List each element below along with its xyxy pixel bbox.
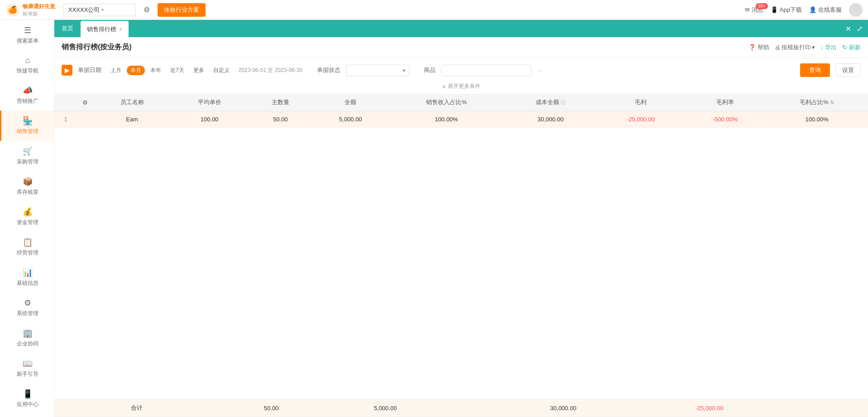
sidebar-item-app-center[interactable]: 📱 应用中心 — [0, 383, 54, 414]
sidebar-item-operation[interactable]: 📋 经营管理 — [0, 232, 54, 262]
sidebar-item-label: 基础信息 — [17, 279, 38, 287]
th-gross-pct: 毛利占比% ⇅ — [766, 94, 868, 111]
cell-cost: 30,000.00 — [504, 111, 597, 128]
table-settings-button[interactable]: 设置 — [835, 63, 861, 77]
query-button[interactable]: 查询 — [800, 63, 830, 77]
app-download-button[interactable]: 📱 App下载 — [771, 6, 802, 14]
message-badge: 99+ — [756, 3, 768, 9]
status-select[interactable] — [346, 65, 409, 76]
logo-icon: 🍊 — [5, 3, 20, 17]
cell-settings — [77, 111, 93, 128]
refresh-button[interactable]: ↻ 刷新 — [842, 43, 861, 52]
sidebar-item-marketing[interactable]: 📣 营销推广 — [0, 80, 54, 110]
page-header: 销售排行榜(按业务员) ❓ 帮助 🖨 按模板打印 ▾ ↓ 导出 — [54, 37, 868, 58]
marketing-icon: 📣 — [23, 86, 33, 96]
sidebar-item-quick-nav[interactable]: ⌂ 快捷导航 — [0, 50, 54, 80]
date-tab-7days[interactable]: 近7天 — [167, 66, 188, 75]
footer-table: 合计 50.00 5,000.00 30,000.00 -25,000.00 — [54, 399, 868, 417]
content-area: 首页 销售排行榜 × ✕ ⤢ 销售排行榜(按业务员) ❓ 帮助 — [54, 20, 868, 417]
footer-avg-price — [180, 399, 222, 417]
logo-area: 🍊 畅康通好生意 标准版 — [5, 3, 60, 17]
table-footer: 合计 50.00 5,000.00 30,000.00 -25,000.00 — [54, 399, 868, 417]
data-table: ⚙ 员工名称 平均单价 主数量 全额 销售收入占比% 成本全额 ⓘ 毛利 毛利率 — [54, 94, 868, 128]
goods-input[interactable] — [441, 65, 532, 76]
logo-text: 畅康通好生意 标准版 — [23, 3, 55, 17]
date-range-display: 2023-06-01 至 2023-06-30 — [239, 67, 302, 74]
date-tab-current-month[interactable]: 本月 — [127, 66, 145, 75]
footer-amount: 5,000.00 — [321, 399, 451, 417]
sidebar: ☰ 搜索菜单 ⌂ 快捷导航 📣 营销推广 🏪 销售管理 🛒 采购管理 📦 库存核… — [0, 20, 54, 417]
date-filter-label: 单据日期 — [78, 66, 101, 74]
company-selector[interactable]: XXXXX公司 ▾ — [63, 4, 136, 16]
sidebar-item-label: 应用中心 — [17, 401, 38, 408]
export-button[interactable]: ↓ 导出 — [820, 43, 837, 52]
top-bar-right: ✉ 消息 99+ 📱 App下载 👤 在线客服 — [745, 3, 863, 17]
sidebar-item-sales[interactable]: 🏪 销售管理 — [0, 110, 54, 141]
sidebar-item-system[interactable]: ⚙ 系统管理 — [0, 292, 54, 323]
window-close-button[interactable]: ✕ — [845, 24, 851, 33]
window-expand-button[interactable]: ⤢ — [857, 24, 863, 33]
footer-label: 合计 — [93, 399, 180, 417]
cost-help-icon[interactable]: ⓘ — [561, 100, 566, 105]
page-content: 销售排行榜(按业务员) ❓ 帮助 🖨 按模板打印 ▾ ↓ 导出 — [54, 37, 868, 417]
sidebar-item-finance[interactable]: 💰 资金管理 — [0, 201, 54, 232]
th-settings[interactable]: ⚙ — [77, 94, 93, 111]
footer-sales-pct — [450, 399, 492, 417]
purchase-icon: 🛒 — [23, 146, 33, 156]
filter-expand-button[interactable]: ▶ — [62, 65, 72, 76]
footer-qty: 50.00 — [222, 399, 320, 417]
sidebar-item-purchase[interactable]: 🛒 采购管理 — [0, 141, 54, 171]
th-avg-price: 平均单价 — [171, 94, 248, 111]
tab-close-icon[interactable]: × — [119, 26, 122, 33]
cell-gross: -25,000.00 — [597, 111, 685, 128]
sidebar-item-label: 快捷导航 — [17, 67, 38, 75]
th-cost: 成本全额 ⓘ — [504, 94, 597, 111]
date-tab-current-year[interactable]: 本年 — [147, 66, 165, 75]
cell-rank: 1 — [54, 111, 77, 128]
settings-icon[interactable]: ⚙ — [139, 3, 154, 17]
sidebar-item-search-order[interactable]: ☰ 搜索菜单 — [0, 20, 54, 50]
sidebar-item-basic-info[interactable]: 📊 基础信息 — [0, 262, 54, 292]
date-tab-last-month[interactable]: 上月 — [107, 66, 125, 75]
trial-button[interactable]: 体验行业方案 — [158, 3, 206, 17]
refresh-icon: ↻ — [842, 44, 847, 51]
table-header-row: ⚙ 员工名称 平均单价 主数量 全额 销售收入占比% 成本全额 ⓘ 毛利 毛利率 — [54, 94, 868, 111]
date-tab-more[interactable]: 更多 — [190, 66, 208, 75]
inventory-icon: 📦 — [23, 177, 33, 187]
print-icon: 🖨 — [775, 44, 781, 51]
sidebar-item-wechat[interactable]: 💬 企业微信 — [0, 414, 54, 417]
sidebar-item-guide[interactable]: 📖 新手引导 — [0, 353, 54, 383]
avatar[interactable] — [849, 3, 863, 17]
date-tab-custom[interactable]: 自定义 — [210, 66, 233, 75]
date-tabs: 上月 本月 本年 近7天 更多 自定义 — [107, 66, 233, 75]
enterprise-icon: 🏢 — [23, 328, 33, 338]
home-icon: ⌂ — [25, 56, 30, 65]
gross-pct-sort-icon[interactable]: ⇅ — [830, 100, 834, 105]
th-gross: 毛利 — [597, 94, 685, 111]
more-filter-icon[interactable]: ··· — [537, 67, 542, 74]
app-center-icon: 📱 — [23, 389, 33, 399]
sidebar-item-inventory[interactable]: 📦 库存核算 — [0, 171, 54, 201]
online-service-button[interactable]: 👤 在线客服 — [809, 6, 842, 14]
th-name: 员工名称 — [93, 94, 171, 111]
th-rank — [54, 94, 77, 111]
cell-gross-pct: 100.00% — [766, 111, 868, 128]
th-gross-rate: 毛利率 — [685, 94, 766, 111]
expand-more-button[interactable]: ∨ 展开更多条件 — [62, 81, 861, 94]
sidebar-item-label: 采购管理 — [17, 158, 38, 166]
tab-sales-ranking[interactable]: 销售排行榜 × — [81, 21, 129, 38]
table-row: 1 Eam 100.00 50.00 5,000.00 100.00% 30,0… — [54, 111, 868, 128]
tab-home[interactable]: 首页 — [54, 20, 81, 37]
search-order-icon: ☰ — [24, 25, 31, 35]
goods-filter-label: 商品 — [424, 66, 436, 74]
message-button[interactable]: ✉ 消息 99+ — [745, 6, 763, 14]
sidebar-item-enterprise[interactable]: 🏢 企业协同 — [0, 323, 54, 353]
footer-gross: -25,000.00 — [634, 399, 784, 417]
print-button[interactable]: 🖨 按模板打印 ▾ — [775, 43, 815, 52]
tab-label: 销售排行榜 — [87, 25, 116, 34]
help-button[interactable]: ❓ 帮助 — [748, 43, 769, 52]
operation-icon: 📋 — [23, 237, 33, 247]
finance-icon: 💰 — [23, 207, 33, 217]
sidebar-item-label: 销售管理 — [17, 128, 38, 135]
cell-amount: 5,000.00 — [312, 111, 388, 128]
